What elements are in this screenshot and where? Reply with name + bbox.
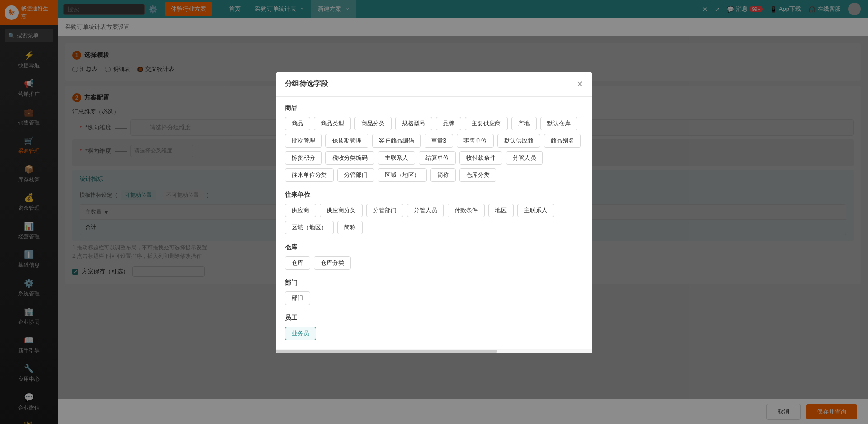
field-tag-default-supplier[interactable]: 默认供应商 (497, 134, 540, 148)
field-tag-spec-model[interactable]: 规格型号 (395, 117, 432, 130)
field-tag-main-contact2[interactable]: 主联系人 (517, 204, 554, 217)
group-product-title: 商品 (285, 104, 583, 112)
field-tag-warehouse[interactable]: 仓库 (285, 256, 310, 270)
field-tag-customer-code[interactable]: 客户商品编码 (372, 134, 421, 148)
field-tag-product[interactable]: 商品 (285, 117, 310, 130)
field-group-employee: 员工 业务员 (285, 314, 583, 340)
field-tag-pick-score[interactable]: 拣货积分 (285, 151, 322, 165)
field-tag-warehouse-category[interactable]: 仓库分类 (459, 168, 496, 182)
field-group-partner: 往来单位 供应商 供应商分类 分管部门 分管人员 付款条件 地区 主联系人 区域… (285, 191, 583, 234)
field-select-modal: 分组待选字段 ✕ 商品 商品 商品类型 商品分类 规格型号 品牌 主要供应商 产… (276, 72, 592, 353)
modal-title: 分组待选字段 (285, 79, 328, 89)
field-group-product: 商品 商品 商品类型 商品分类 规格型号 品牌 主要供应商 产地 默认仓库 批次… (285, 104, 583, 182)
field-tag-abbr2[interactable]: 简称 (337, 221, 363, 234)
group-product-fields: 商品 商品类型 商品分类 规格型号 品牌 主要供应商 产地 默认仓库 批次管理 … (285, 117, 583, 182)
field-tag-supplier-category[interactable]: 供应商分类 (320, 204, 363, 217)
modal-close-button[interactable]: ✕ (576, 79, 583, 89)
group-warehouse-fields: 仓库 仓库分类 (285, 256, 583, 270)
field-tag-main-supplier[interactable]: 主要供应商 (465, 117, 508, 130)
field-tag-origin[interactable]: 产地 (511, 117, 537, 130)
group-department-title: 部门 (285, 279, 583, 287)
field-tag-supplier[interactable]: 供应商 (285, 204, 316, 217)
field-tag-payment-terms[interactable]: 收付款条件 (459, 151, 502, 165)
group-warehouse-title: 仓库 (285, 243, 583, 252)
field-tag-salesperson[interactable]: 业务员 (285, 327, 316, 340)
modal-hscroll[interactable] (276, 349, 592, 353)
field-group-warehouse: 仓库 仓库 仓库分类 (285, 243, 583, 270)
field-tag-settlement-unit[interactable]: 结算单位 (419, 151, 456, 165)
field-tag-retail-unit[interactable]: 零售单位 (457, 134, 494, 148)
field-tag-batch-mgmt[interactable]: 批次管理 (285, 134, 322, 148)
modal-hscroll-thumb[interactable] (276, 350, 497, 353)
field-tag-department[interactable]: 部门 (285, 291, 310, 305)
field-tag-default-warehouse[interactable]: 默认仓库 (540, 117, 577, 130)
modal-overlay: 分组待选字段 ✕ 商品 商品 商品类型 商品分类 规格型号 品牌 主要供应商 产… (0, 0, 868, 424)
field-tag-pay-terms[interactable]: 付款条件 (448, 204, 485, 217)
field-tag-mgmt-dept[interactable]: 分管部门 (366, 204, 403, 217)
group-employee-title: 员工 (285, 314, 583, 322)
group-department-fields: 部门 (285, 291, 583, 305)
modal-header: 分组待选字段 ✕ (276, 72, 592, 97)
field-tag-product-type[interactable]: 商品类型 (314, 117, 351, 130)
field-tag-warehouse-cat[interactable]: 仓库分类 (314, 256, 351, 270)
field-tag-abbr[interactable]: 简称 (430, 168, 456, 182)
field-tag-shelf-life[interactable]: 保质期管理 (326, 134, 368, 148)
field-tag-brand[interactable]: 品牌 (436, 117, 461, 130)
field-tag-main-contact[interactable]: 主联系人 (378, 151, 415, 165)
field-tag-area[interactable]: 地区 (488, 204, 514, 217)
field-tag-product-alias[interactable]: 商品别名 (544, 134, 581, 148)
group-employee-fields: 业务员 (285, 327, 583, 340)
field-tag-supervisor[interactable]: 分管人员 (506, 151, 543, 165)
group-partner-fields: 供应商 供应商分类 分管部门 分管人员 付款条件 地区 主联系人 区域（地区） … (285, 204, 583, 234)
group-partner-title: 往来单位 (285, 191, 583, 199)
field-tag-region2[interactable]: 区域（地区） (285, 221, 334, 234)
modal-body: 商品 商品 商品类型 商品分类 规格型号 品牌 主要供应商 产地 默认仓库 批次… (276, 97, 592, 349)
field-tag-dept[interactable]: 分管部门 (337, 168, 374, 182)
field-tag-weight[interactable]: 重量3 (425, 134, 453, 148)
field-tag-partner-category[interactable]: 往来单位分类 (285, 168, 334, 182)
field-tag-mgmt-person[interactable]: 分管人员 (407, 204, 444, 217)
field-tag-product-category[interactable]: 商品分类 (354, 117, 392, 130)
field-tag-region[interactable]: 区域（地区） (378, 168, 427, 182)
field-group-department: 部门 部门 (285, 279, 583, 305)
field-tag-tax-code[interactable]: 税收分类编码 (326, 151, 374, 165)
